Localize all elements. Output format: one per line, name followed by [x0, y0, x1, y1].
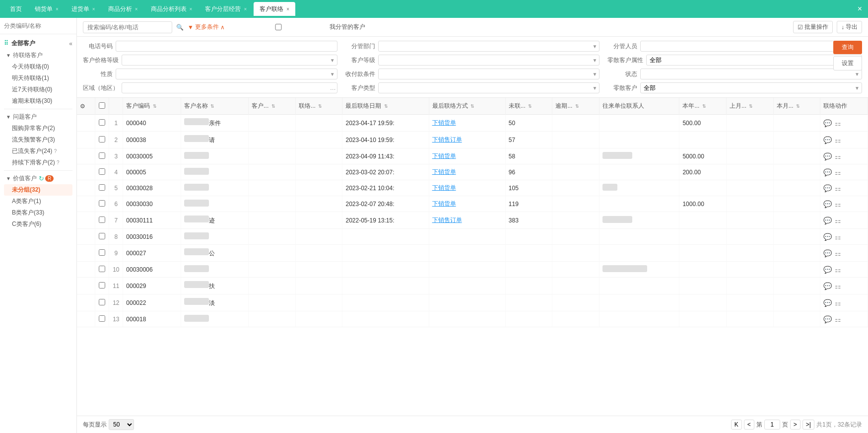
th-uncontacted[interactable]: 未联... ⇅ [505, 98, 552, 115]
tab-analysis[interactable]: 商品分析 × [102, 2, 144, 16]
row-checkbox[interactable] [99, 184, 105, 191]
row-message-icon[interactable]: 💬 [823, 282, 832, 290]
row-message-icon[interactable]: 💬 [823, 249, 832, 257]
region-dots-btn[interactable]: … [330, 84, 336, 91]
th-overdue[interactable]: 逾期... ⇅ [552, 98, 600, 115]
sidebar-item-declining[interactable]: 持续下滑客户(2) ? [4, 157, 72, 168]
row-grid-icon[interactable]: ⚏ [835, 184, 841, 192]
row-last-contact-method[interactable]: 下销货单 [429, 180, 505, 196]
more-conditions-btn[interactable]: ▼ 更多条件 ∧ [188, 23, 225, 31]
row-message-icon[interactable]: 💬 [823, 216, 832, 224]
my-customers-checkbox-label[interactable]: 我分管的客户 [229, 23, 365, 31]
row-grid-icon[interactable]: ⚏ [835, 119, 841, 127]
sidebar-item-tomorrow-pending[interactable]: 明天待联络(1) [4, 72, 72, 84]
filter-search-icon[interactable]: 🔍 [176, 24, 184, 31]
customer-mgr-tab-close[interactable]: × [244, 6, 247, 12]
sidebar-item-hoarding[interactable]: 囤购异常客户(2) [4, 123, 72, 134]
tab-customer-mgr[interactable]: 客户分层经营 × [199, 2, 253, 16]
row-last-contact-method[interactable] [429, 245, 505, 262]
status-select[interactable] [640, 69, 862, 79]
row-grid-icon[interactable]: ⚏ [835, 152, 841, 160]
row-checkbox[interactable] [99, 168, 105, 175]
row-last-contact-method[interactable] [429, 229, 505, 245]
row-checkbox[interactable] [99, 216, 105, 223]
tab-home[interactable]: 首页 [4, 2, 28, 16]
row-message-icon[interactable]: 💬 [823, 119, 832, 127]
row-checkbox[interactable] [99, 266, 105, 272]
th-name[interactable]: 客户名称 ⇅ [181, 98, 248, 115]
page-number-input[interactable] [764, 420, 780, 430]
sidebar-group-value[interactable]: ▼ 价值客户 ↻ R [4, 173, 72, 184]
row-grid-icon[interactable]: ⚏ [835, 315, 841, 323]
sidebar-item-class-c[interactable]: C类客户(6) [4, 218, 72, 230]
row-checkbox[interactable] [99, 315, 105, 322]
price-level-select[interactable] [122, 55, 337, 66]
purchase-tab-close[interactable]: × [92, 6, 95, 12]
window-close-btn[interactable]: × [856, 4, 864, 13]
row-checkbox[interactable] [99, 119, 105, 126]
row-grid-icon[interactable]: ⚏ [835, 168, 841, 176]
row-message-icon[interactable]: 💬 [823, 152, 832, 160]
dept-select[interactable] [378, 41, 600, 52]
tab-purchase[interactable]: 进货单 × [66, 2, 101, 16]
first-page-btn[interactable]: K [731, 420, 742, 430]
row-checkbox[interactable] [99, 200, 105, 207]
my-customers-checkbox[interactable] [229, 24, 328, 30]
tab-sales[interactable]: 销货单 × [29, 2, 65, 16]
row-message-icon[interactable]: 💬 [823, 315, 832, 323]
row-message-icon[interactable]: 💬 [823, 168, 832, 176]
value-refresh-icon[interactable]: ↻ [39, 175, 44, 182]
sidebar-all-customers[interactable]: ⠿ 全部客户 « [4, 37, 72, 50]
sidebar-item-lost[interactable]: 已流失客户(24) ? [4, 145, 72, 157]
sidebar-item-today-pending[interactable]: 今天待联络(0) [4, 61, 72, 72]
row-last-contact-method[interactable]: 下销货单 [429, 164, 505, 180]
sidebar-item-class-a[interactable]: A类客户(1) [4, 196, 72, 207]
row-last-contact-method[interactable] [429, 262, 505, 278]
row-checkbox[interactable] [99, 233, 105, 239]
retail-select[interactable]: 全部 [640, 82, 862, 93]
row-grid-icon[interactable]: ⚏ [835, 136, 841, 144]
row-last-contact-method[interactable]: 下销售订单 [429, 212, 505, 229]
customer-type-select[interactable] [378, 82, 600, 93]
sidebar-search-input[interactable] [4, 22, 77, 29]
tab-customer-contact[interactable]: 客户联络 × [254, 2, 295, 16]
reset-btn[interactable]: 设置 [833, 56, 862, 71]
sidebar-item-overdue-pending[interactable]: 逾期未联络(30) [4, 95, 72, 107]
sidebar-collapse-btn[interactable]: « [69, 40, 72, 47]
row-last-contact-method[interactable]: 下销货单 [429, 196, 505, 212]
next-page-btn[interactable]: > [790, 420, 801, 430]
row-message-icon[interactable]: 💬 [823, 299, 832, 307]
sidebar-item-class-b[interactable]: B类客户(33) [4, 207, 72, 218]
row-message-icon[interactable]: 💬 [823, 266, 832, 274]
row-message-icon[interactable]: 💬 [823, 200, 832, 208]
tab-analysis-list[interactable]: 商品分析列表 × [145, 2, 199, 16]
row-message-icon[interactable]: 💬 [823, 233, 832, 241]
row-grid-icon[interactable]: ⚏ [835, 233, 841, 241]
row-grid-icon[interactable]: ⚏ [835, 266, 841, 274]
sidebar-item-7day-pending[interactable]: 近7天待联络(0) [4, 84, 72, 95]
region-input[interactable] [122, 82, 337, 93]
page-size-select[interactable]: 50 100 [109, 419, 134, 430]
th-last-month[interactable]: 上月... ⇅ [727, 98, 774, 115]
row-message-icon[interactable]: 💬 [823, 184, 832, 192]
row-grid-icon[interactable]: ⚏ [835, 216, 841, 224]
customer-level-select[interactable] [378, 55, 600, 66]
row-last-contact-method[interactable] [429, 311, 505, 327]
person-input[interactable] [640, 41, 862, 52]
th-this-month[interactable]: 本月... ⇅ [773, 98, 820, 115]
payment-select[interactable] [378, 69, 600, 79]
gender-select[interactable] [116, 69, 337, 79]
th-this-year[interactable]: 本年... ⇅ [679, 98, 727, 115]
sidebar-item-loss-warning[interactable]: 流失预警客户(3) [4, 134, 72, 145]
sidebar-item-ungrouped[interactable]: 未分组(32) [4, 184, 72, 196]
analysis-tab-close[interactable]: × [135, 6, 138, 12]
row-grid-icon[interactable]: ⚏ [835, 299, 841, 307]
row-checkbox[interactable] [99, 249, 105, 256]
th-last-date[interactable]: 最后联络日期 ⇅ [342, 98, 429, 115]
row-grid-icon[interactable]: ⚏ [835, 200, 841, 208]
select-all-checkbox[interactable] [99, 102, 105, 109]
row-checkbox[interactable] [99, 299, 105, 305]
phone-input[interactable] [116, 41, 337, 52]
last-page-btn[interactable]: >| [802, 420, 814, 430]
retail-attr-select[interactable]: 全部 [646, 55, 862, 66]
